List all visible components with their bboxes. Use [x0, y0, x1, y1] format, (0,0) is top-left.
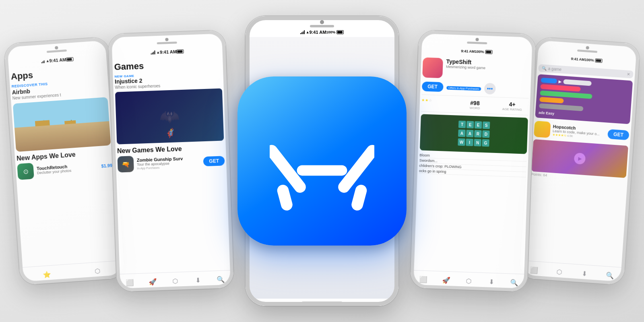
tab-r1-3[interactable]: ⬡	[457, 277, 480, 285]
appstore-icon-wrapper	[237, 76, 407, 246]
ratings-row: ★ ★ ☆ #98 Word 4+ Age Rating	[421, 94, 528, 115]
touchretouch-price[interactable]: $1.99	[101, 163, 112, 169]
tab-r2-2[interactable]: ⬡	[546, 267, 572, 277]
status-left-left2: ▲	[41, 59, 50, 63]
scroll-list: Bloom Swordsm... chlidren's crop: PLOWIN…	[419, 153, 527, 177]
status-left-center: ▲	[300, 30, 310, 34]
home-indicator	[246, 299, 398, 306]
tab-bar-left1: ⬜ 🚀 ⬡ ⬇ 🔍	[117, 270, 234, 292]
more-btn[interactable]: •••	[484, 83, 496, 95]
bloom-thumb: T E E S A A R D	[420, 114, 528, 154]
tab-r1-icon4: ⬇	[489, 278, 494, 286]
signal-icon-center	[300, 30, 305, 34]
typeshift-info: TypeShift Mesmerizing word game	[446, 58, 530, 72]
word-row-2: A A R D	[458, 130, 490, 138]
status-right-right1: 100%	[475, 50, 492, 54]
rank-item: #98 Word	[458, 99, 491, 111]
hopscotch-icon	[534, 121, 551, 138]
status-right-left1	[177, 50, 184, 54]
age-label: Age Rating	[496, 107, 528, 112]
battery-left2	[66, 57, 74, 62]
zombie-get-btn[interactable]: GET	[203, 156, 225, 166]
tab-r2-3[interactable]: ⬇	[572, 269, 597, 278]
tab-layers-l1[interactable]: ⬡	[164, 277, 187, 285]
speaker-right1	[467, 41, 487, 44]
battery-center	[336, 30, 344, 34]
tab-layers-icon: ⬡	[95, 267, 101, 275]
status-right-center: 100%	[326, 30, 344, 34]
bar-gray	[539, 103, 584, 111]
time-left1: 9:41 AM	[160, 49, 177, 54]
colorful-bars: ▶ ade Easy	[535, 74, 633, 124]
typeshift-get-btn[interactable]: GET	[422, 81, 443, 92]
status-row-left1: ▲ 9:41 AM	[145, 46, 190, 56]
rank-label: Word	[458, 106, 491, 111]
hopscotch-stars: ★★★★½	[552, 133, 566, 137]
tab-layers-icon-l1: ⬡	[172, 277, 178, 285]
tab-featured-left2[interactable]: ⭐	[21, 269, 72, 280]
search-text: a game	[548, 66, 561, 72]
camera-dot-right1	[475, 38, 479, 41]
phone-right1: 9:41 AM 100% TypeShift Mesmerizing word …	[410, 30, 536, 292]
airbnb-image	[13, 97, 111, 152]
camera-dot-left2	[55, 46, 58, 50]
speaker-left1	[157, 41, 177, 44]
hopscotch-info: Hopscotch Learn to code, make your o... …	[552, 124, 606, 140]
svg-rect-4	[350, 184, 368, 212]
camera-dot-left1	[165, 38, 168, 41]
tab-r1-icon2: 🚀	[442, 277, 450, 285]
age-item: 4+ Age Rating	[496, 101, 528, 112]
tab-r2-icon1: ⬜	[530, 266, 538, 274]
tab-download-l1[interactable]: ⬇	[186, 276, 209, 285]
zombie-row: 🔫 Zombie Gunship Surv Tour the apocalyps…	[118, 153, 225, 172]
word-letters: T E E S A A R D	[456, 119, 491, 149]
speaker-right2	[577, 50, 597, 53]
tab-r2-4[interactable]: 🔍	[597, 271, 623, 280]
tab-search-l1[interactable]: 🔍	[209, 275, 232, 284]
touchretouch-icon: ⊙	[17, 163, 34, 180]
tab-r1-2[interactable]: 🚀	[435, 276, 458, 285]
tab-r1-5[interactable]: 🔍	[503, 279, 526, 287]
phone-right2: 9:41 AM 100% 🔍 a game ✕	[519, 37, 640, 285]
battery-pct-right2: 100%	[584, 58, 594, 62]
touchretouch-info: TouchRetouch Declutter your photos	[37, 162, 99, 175]
svg-rect-2	[297, 165, 347, 175]
tab-rocket-l1[interactable]: 🚀	[141, 278, 164, 286]
home-bar	[302, 301, 342, 303]
phone-top-right1: 9:41 AM 100%	[418, 30, 536, 58]
time-right2: 9:41 AM	[571, 57, 585, 62]
status-row-right1: 9:41 AM 100%	[455, 46, 498, 55]
stars-row: ★ ★ ☆	[421, 98, 454, 103]
tab-r1-icon5: 🔍	[510, 279, 518, 287]
screen-content-right2: 🔍 a game ✕ ▶	[526, 61, 639, 186]
tab-r1-icon1: ⬜	[419, 276, 428, 284]
camera-center	[320, 20, 324, 24]
battery-right2	[595, 58, 603, 63]
phone-left2: ▲ 9:41 AM Apps REDISCOVER THIS Airbnb Ne…	[4, 37, 125, 285]
status-row-left2: ▲ 9:41 AM	[35, 54, 79, 65]
appstore-logo-svg	[270, 109, 374, 213]
search-icon-right2: 🔍	[541, 66, 547, 71]
tab-r1-4[interactable]: ⬇	[480, 278, 503, 286]
tab-featured-icon: ⭐	[43, 270, 51, 279]
screen-right1: TypeShift Mesmerizing word game GET Offe…	[411, 54, 535, 274]
wifi-icon-left1: ▲	[156, 50, 160, 54]
hopscotch-get-btn[interactable]: GET	[607, 129, 629, 140]
status-left-left1: ▲	[151, 50, 160, 55]
tab-layers-left2[interactable]: ⬡	[72, 266, 123, 277]
time-left2: 9:41 AM	[49, 57, 66, 63]
phone-left1: ▲ 9:41 AM Games NEW GAME Injustice 2 Whe…	[108, 30, 234, 292]
tab-r2-icon4: 🔍	[605, 271, 614, 279]
tab-r1-icon3: ⬡	[466, 277, 472, 285]
status-right-right2: 100%	[584, 58, 603, 63]
battery-pct-center: 100%	[326, 30, 335, 34]
zombie-icon: 🔫	[118, 156, 134, 172]
word-row-3: W I N G	[458, 138, 489, 147]
status-left-right2: 9:41 AM	[571, 57, 585, 62]
tab-r1-1[interactable]: ⬜	[412, 275, 435, 284]
tab-bar-right1: ⬜ 🚀 ⬡ ⬇ 🔍	[410, 270, 527, 292]
status-left-right1: 9:41 AM	[461, 49, 475, 54]
speaker-left2	[47, 50, 67, 53]
tab-featured-l1[interactable]: ⬜	[118, 279, 141, 287]
screen-content-left2: Apps REDISCOVER THIS Airbnb New summer e…	[6, 62, 118, 187]
